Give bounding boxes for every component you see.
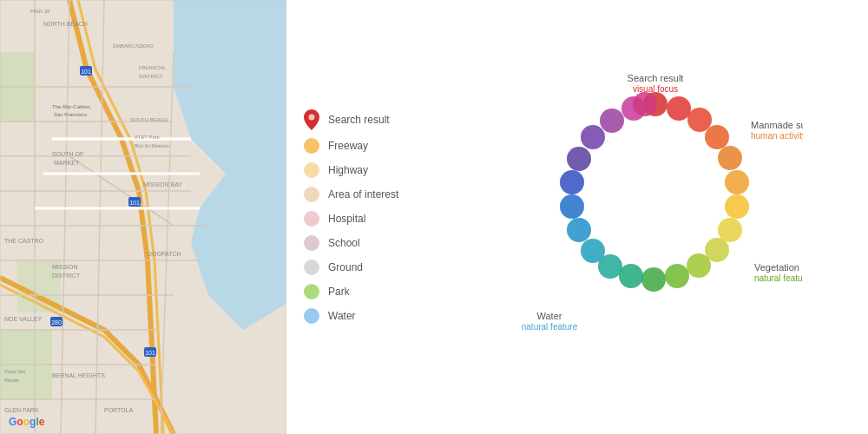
svg-point-56 [687,108,712,132]
legend-item-water: Water [304,305,425,327]
svg-text:Search result: Search result [628,73,684,83]
svg-text:GLEN PARK: GLEN PARK [4,407,39,413]
legend-label-area-of-interest: Area of interest [328,188,398,201]
park-dot [304,284,319,299]
svg-text:Manmade surroundings: Manmade surroundings [751,120,803,130]
legend-label-water: Water [328,310,356,322]
svg-text:visual focus: visual focus [633,84,678,94]
legend-item-search-result: Search result [304,107,425,133]
svg-text:101: 101 [129,200,140,206]
svg-point-57 [705,125,729,149]
svg-text:280: 280 [51,319,62,326]
legend-item-highway: Highway [304,159,425,181]
svg-point-72 [567,147,591,171]
ground-dot [304,260,319,275]
legend-label-freeway: Freeway [328,140,368,152]
svg-text:MISSION BAY: MISSION BAY [143,181,182,187]
svg-text:SOUTH OF: SOUTH OF [52,151,83,157]
legend-item-park: Park [304,280,425,303]
svg-text:SOUTH BEACH: SOUTH BEACH [130,117,168,122]
highway-dot [304,162,319,178]
svg-text:BERNAL HEIGHTS: BERNAL HEIGHTS [52,372,105,378]
freeway-dot [304,138,319,154]
svg-point-69 [567,218,591,242]
svg-point-73 [581,125,605,149]
svg-point-58 [718,146,742,170]
svg-text:Water: Water [537,311,562,321]
legend-item-ground: Ground [304,256,425,279]
svg-text:natural feature: natural feature [754,273,803,283]
map-canvas: NORTH BEACH EMBARCADERO FINANCIAL DISTRI… [0,0,286,434]
svg-point-60 [725,194,749,219]
svg-text:DOGPATCH: DOGPATCH [148,251,181,257]
svg-text:101: 101 [81,69,91,75]
legend-item-school: School [304,232,425,254]
area-of-interest-dot [304,187,319,202]
svg-text:DISTRICT: DISTRICT [52,273,81,279]
svg-text:DISTRICT: DISTRICT [139,74,163,79]
svg-point-70 [560,194,584,219]
svg-text:Monte: Monte [4,378,19,383]
water-dot [304,308,319,324]
legend-label-ground: Ground [328,261,363,273]
svg-text:Google: Google [9,416,45,428]
svg-point-74 [600,108,624,133]
legend-item-freeway: Freeway [304,135,425,157]
legend-label-park: Park [328,286,350,298]
svg-point-71 [560,170,584,194]
svg-text:Blick Art Materials: Blick Art Materials [135,143,169,148]
svg-text:San Francisco: San Francisco [54,112,88,117]
legend-item-hospital: Hospital [304,207,425,230]
map-section[interactable]: NORTH BEACH EMBARCADERO FINANCIAL DISTRI… [0,0,286,434]
svg-text:human activity: human activity [751,131,803,141]
hospital-dot [304,211,319,227]
svg-text:NOE VALLEY: NOE VALLEY [4,316,42,322]
legend: Search result Freeway Highway Area of in… [286,9,443,425]
svg-text:NORTH BEACH: NORTH BEACH [43,21,88,27]
svg-text:MARKET: MARKET [54,160,80,166]
svg-point-76 [633,92,657,116]
legend-label-highway: Highway [328,164,368,176]
svg-text:The Ritz-Carlton,: The Ritz-Carlton, [52,104,92,109]
svg-text:EMBARCADERO: EMBARCADERO [113,43,154,49]
color-wheel-svg: Search result visual focus Manmade surro… [508,69,803,365]
svg-point-65 [641,267,666,292]
right-section: Search result Freeway Highway Area of in… [286,0,868,434]
svg-text:AT&T Park: AT&T Park [135,135,161,140]
svg-point-66 [619,264,643,288]
svg-point-68 [581,239,605,263]
svg-text:natural feature: natural feature [522,322,578,332]
svg-text:THE CASTRO: THE CASTRO [4,238,44,244]
color-wheel-container: Search result visual focus Manmade surro… [508,69,803,365]
svg-text:FINANCIAL: FINANCIAL [139,65,167,70]
svg-point-59 [725,170,749,194]
pin-icon [304,110,319,129]
svg-text:Vegetation: Vegetation [754,262,799,273]
svg-text:MISSION: MISSION [52,264,78,270]
school-dot [304,235,319,251]
legend-label-search-result: Search result [328,114,390,126]
legend-label-hospital: Hospital [328,213,365,225]
color-wheel-section: Search result visual focus Manmade surro… [443,9,868,425]
svg-text:101: 101 [145,350,155,356]
svg-point-64 [665,264,689,288]
svg-point-63 [687,253,711,278]
legend-item-area-of-interest: Area of interest [304,183,425,206]
svg-point-53 [309,115,315,121]
svg-text:Vista Del: Vista Del [4,369,25,374]
legend-label-school: School [328,237,360,249]
svg-text:PIER 39: PIER 39 [30,9,50,14]
svg-point-55 [667,96,691,121]
svg-point-61 [718,218,742,242]
svg-text:PORTOLA: PORTOLA [104,407,134,413]
